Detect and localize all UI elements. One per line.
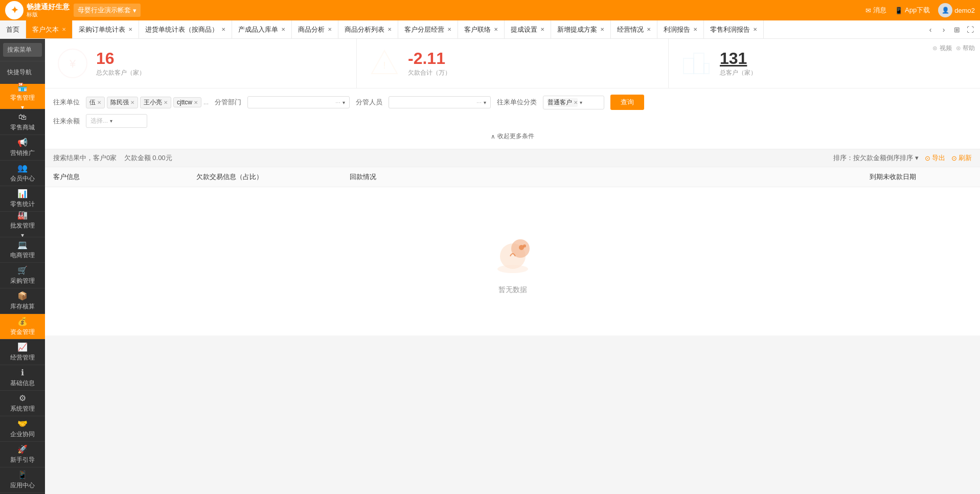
sidebar-item-inventory-label: 库存核算 (10, 302, 35, 311)
tab-customer-contact-label: 客户联络 (464, 25, 491, 34)
category-chevron-icon: ▾ (580, 100, 582, 105)
sidebar-item-retail-stats[interactable]: 📊 零售统计 (0, 186, 45, 211)
sidebar-item-enterprise-collab[interactable]: 🤝 企业协同 (0, 416, 45, 441)
tab-inbound-stats-close[interactable]: ✕ (221, 27, 225, 32)
balance-select[interactable]: 选择... ▾ (86, 114, 147, 128)
tab-next-btn[interactable]: › (938, 24, 949, 35)
tab-production-inbound[interactable]: 产成品入库单 ✕ (232, 20, 292, 39)
video-link[interactable]: ⊙ 视频 (932, 44, 951, 53)
filter-tag-wang-remove[interactable]: ✕ (164, 100, 168, 105)
store-selector[interactable]: 母婴行业演示帐套 ▾ (74, 4, 141, 17)
sidebar-item-finance[interactable]: 💰 资金管理 (0, 313, 45, 339)
query-button[interactable]: 查询 (610, 95, 644, 110)
tab-operations-close[interactable]: ✕ (647, 27, 651, 32)
dept-select[interactable]: ··· ▾ (247, 96, 350, 108)
tab-purchase-order-stats-close[interactable]: ✕ (128, 27, 132, 32)
quick-nav-btn[interactable]: 快捷导航 (3, 65, 42, 79)
person-select[interactable]: ··· ▾ (389, 96, 491, 108)
filter-more-btn[interactable]: ... (203, 99, 209, 106)
tab-fullscreen-btn[interactable]: ⛶ (965, 24, 976, 35)
app-download-btn[interactable]: 📱 App下载 (895, 6, 930, 15)
sidebar-item-app-center-label: 应用中心 (10, 481, 35, 490)
sidebar-item-new-guide[interactable]: 🚀 新手引导 (0, 441, 45, 467)
filter-tag-cjttcw-remove[interactable]: ✕ (194, 100, 198, 105)
svg-rect-5 (694, 53, 704, 74)
sidebar-item-new-guide-label: 新手引导 (10, 456, 35, 464)
export-btn[interactable]: ⊙ 导出 (925, 153, 945, 163)
info-icon: ℹ (21, 368, 24, 377)
help-link[interactable]: ⊙ 帮助 (956, 44, 975, 53)
sidebar-item-basic-info-label: 基础信息 (10, 379, 35, 388)
tab-home[interactable]: 首页 (0, 20, 26, 39)
stat-value-debt: -2.11 (408, 50, 451, 66)
username: demo2 (954, 7, 975, 14)
sidebar-item-ecommerce-label: 电商管理 (10, 251, 35, 260)
tab-add-commission[interactable]: 新增提成方案 ✕ (551, 20, 611, 39)
stat-value-total: 131 (720, 50, 757, 66)
dept-chevron-icon: ▾ (343, 100, 345, 105)
tab-prev-btn[interactable]: ‹ (925, 24, 936, 35)
tab-profit-report-label: 利润报告 (664, 25, 690, 34)
collapse-up-icon: ∧ (491, 133, 495, 140)
tab-expand-btn[interactable]: ⊞ (951, 24, 963, 35)
sidebar-item-app-center[interactable]: 📱 应用中心 (0, 467, 45, 492)
sidebar-item-inventory[interactable]: 📦 库存核算 (0, 288, 45, 313)
tab-profit-report-close[interactable]: ✕ (693, 27, 697, 32)
tab-profit-report[interactable]: 利润报告 ✕ (657, 20, 704, 39)
tab-customer-contact-close[interactable]: ✕ (494, 27, 498, 32)
tab-customer-debt-close[interactable]: ✕ (62, 27, 66, 32)
sort-chevron-icon: ▾ (915, 154, 919, 162)
tab-product-analysis-list-close[interactable]: ✕ (388, 27, 392, 32)
tab-commission-settings[interactable]: 提成设置 ✕ (505, 20, 551, 39)
sidebar-item-basic-info[interactable]: ℹ 基础信息 (0, 365, 45, 390)
unit-tags: 伍 ✕ 陈民强 ✕ 王小亮 ✕ cjttcw ✕ (86, 97, 209, 108)
tab-retail-profit[interactable]: 零售利润报告 ✕ (704, 20, 764, 39)
tab-add-commission-close[interactable]: ✕ (600, 27, 604, 32)
stat-card-customers: ¥ 16 总欠款客户（家） (45, 39, 357, 88)
category-select[interactable]: 普通客户 ✕ ▾ (543, 96, 604, 109)
sidebar-item-retail-mall[interactable]: 🛍 零售商城 (0, 109, 45, 134)
tab-commission-settings-close[interactable]: ✕ (540, 27, 544, 32)
sidebar-item-retail-mall-label: 零售商城 (10, 123, 35, 132)
tab-product-analysis-list-label: 商品分析列表 (345, 25, 384, 34)
sidebar-item-ecommerce[interactable]: 💻 电商管理 (0, 237, 45, 262)
sidebar-item-system[interactable]: ⚙ 系统管理 (0, 390, 45, 416)
svg-text:¥: ¥ (69, 57, 76, 70)
tab-customer-contact[interactable]: 客户联络 ✕ (458, 20, 505, 39)
collapse-btn[interactable]: ∧ 收起更多条件 (491, 132, 534, 141)
tab-product-analysis[interactable]: 商品分析 ✕ (292, 20, 338, 39)
user-menu[interactable]: 👤 demo2 (938, 3, 975, 17)
top-bar-left: ✦ 畅捷通好生意 标版 母婴行业演示帐套 ▾ (5, 1, 141, 19)
sidebar-item-member-center-label: 会员中心 (10, 174, 35, 183)
category-tag-remove[interactable]: ✕ (574, 100, 578, 105)
sidebar-item-member-center[interactable]: 👥 会员中心 (0, 160, 45, 186)
member-icon: 👥 (17, 163, 28, 173)
tab-retail-profit-close[interactable]: ✕ (753, 27, 757, 32)
filter-tag-chen-remove[interactable]: ✕ (130, 100, 134, 105)
stat-label-total: 总客户（家） (720, 69, 757, 77)
tab-product-analysis-list[interactable]: 商品分析列表 ✕ (338, 20, 398, 39)
sidebar-item-retail-mgmt[interactable]: 🏪 零售管理 ▾ (0, 83, 45, 109)
results-actions: 排序：按欠款金额倒序排序 ▾ ⊙ 导出 ⊙ 刷新 (833, 153, 972, 163)
search-menu-btn[interactable]: 搜索菜单 (3, 43, 42, 57)
empty-icon (487, 228, 538, 279)
filter-area: 往来单位 伍 ✕ 陈民强 ✕ 王小亮 ✕ (45, 88, 980, 149)
message-btn[interactable]: ✉ 消息 (865, 6, 886, 15)
tab-operations[interactable]: 经营情况 ✕ (611, 20, 657, 39)
refresh-btn[interactable]: ⊙ 刷新 (951, 153, 972, 163)
svg-rect-6 (704, 63, 709, 74)
tab-inbound-stats[interactable]: 进货单统计表（按商品） ✕ (139, 20, 232, 39)
sidebar-item-purchase[interactable]: 🛒 采购管理 (0, 262, 45, 288)
sidebar-item-wholesale-mgmt[interactable]: 🏭 批发管理 ▾ (0, 211, 45, 237)
tab-production-inbound-close[interactable]: ✕ (281, 27, 285, 32)
sidebar-item-operations[interactable]: 📈 经营管理 (0, 339, 45, 365)
sidebar-item-marketing[interactable]: 📢 营销推广 (0, 134, 45, 160)
tab-purchase-order-stats[interactable]: 采购订单统计表 ✕ (73, 20, 139, 39)
tab-add-commission-label: 新增提成方案 (557, 25, 597, 34)
tab-customer-layer-close[interactable]: ✕ (447, 27, 451, 32)
filter-tag-wu-remove[interactable]: ✕ (97, 100, 101, 105)
tab-customer-layer[interactable]: 客户分层经营 ✕ (398, 20, 458, 39)
tab-customer-debt[interactable]: 客户欠本 ✕ (26, 20, 73, 39)
tab-product-analysis-close[interactable]: ✕ (328, 27, 332, 32)
stat-card-debt: ! -2.11 欠款合计（万） (357, 39, 669, 88)
